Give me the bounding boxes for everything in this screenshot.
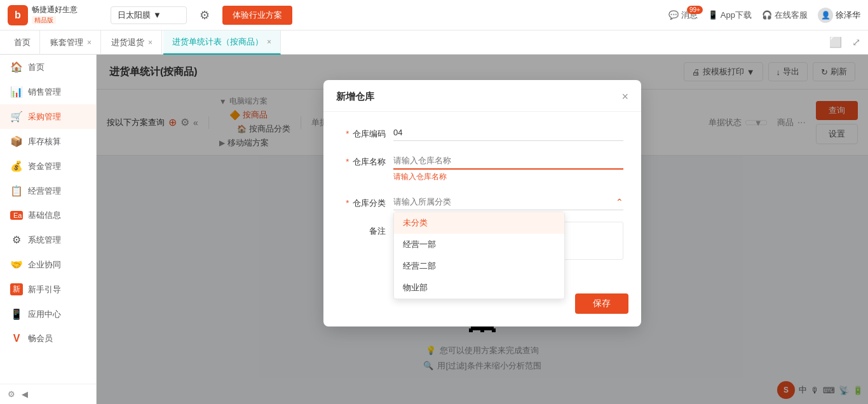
sidebar-guide-label: 新手引导	[28, 284, 61, 295]
name-input-wrap: 请输入仓库名称	[393, 152, 623, 182]
finance-icon: 💰	[10, 160, 23, 172]
tab-home[interactable]: 首页	[5, 30, 40, 55]
headphone-icon: 🎧	[762, 10, 772, 20]
sidebar-enterprise-label: 企业协同	[28, 259, 61, 271]
form-row-code: * 仓库编码	[341, 125, 623, 141]
modal-overlay[interactable]: 新增仓库 × * 仓库编码	[97, 55, 868, 404]
mobile-icon: 📱	[708, 10, 718, 20]
tab-home-label: 首页	[14, 37, 31, 48]
tab-purchase-stats-close[interactable]: ×	[267, 37, 271, 46]
logo-text: 畅捷通好生意	[32, 5, 78, 15]
tab-bar: 首页 账套管理 × 进货退货 × 进货单统计表（按商品） × ⬜ ⤢	[0, 30, 868, 55]
user-avatar-icon: 👤	[818, 8, 833, 23]
purchase-icon: 🛒	[10, 111, 23, 123]
tab-purchase-return-close[interactable]: ×	[148, 38, 153, 47]
sidebar-system-label: 系统管理	[28, 234, 61, 246]
store-selector[interactable]: 日太阳膜 ▼	[111, 6, 187, 24]
sidebar-home-label: 首页	[28, 62, 44, 73]
sidebar: 🏠 首页 📊 销售管理 🛒 采购管理 📦 库存核算 💰 资金管理 📋 经营管理 …	[0, 55, 97, 404]
category-input[interactable]	[393, 194, 623, 210]
chevron-down-icon: ▼	[153, 10, 161, 20]
sidebar-sales-label: 销售管理	[28, 86, 61, 98]
category-label: * 仓库分类	[341, 194, 386, 209]
inventory-icon: 📦	[10, 135, 23, 147]
name-input[interactable]	[393, 152, 623, 170]
online-service-item[interactable]: 🎧 在线客服	[762, 10, 808, 21]
user-area[interactable]: 👤 徐泽华	[818, 8, 860, 23]
sidebar-item-home[interactable]: 🏠 首页	[0, 55, 96, 79]
tab-purchase-return-label: 进货退货	[111, 37, 144, 48]
sidebar-basic-info-label: 基础信息	[28, 210, 61, 221]
enterprise-icon: 🤝	[10, 259, 23, 271]
name-label: * 仓库名称	[341, 152, 386, 168]
form-row-name: * 仓库名称 请输入仓库名称	[341, 152, 623, 182]
sidebar-item-apps[interactable]: 📱 应用中心	[0, 302, 96, 327]
sidebar-settings-icon[interactable]: ⚙	[8, 389, 15, 399]
select-arrow-icon[interactable]: ⌃	[616, 197, 623, 207]
dialog-close-button[interactable]: ×	[621, 90, 628, 104]
message-badge: 99+	[687, 6, 703, 14]
category-select-wrap: ⌃ 未分类 经营一部 经营二部	[393, 194, 623, 210]
dropdown-item-2[interactable]: 经营二部	[394, 255, 564, 277]
dialog-new-warehouse: 新增仓库 × * 仓库编码	[323, 80, 641, 327]
sidebar-item-guide[interactable]: 新 新手引导	[0, 277, 96, 302]
app-download-label: App下载	[721, 10, 752, 21]
content-area: 进货单统计(按商品) 🖨 按模板打印 ▼ ↓ 导出 ↻ 刷新	[97, 55, 868, 404]
tab-purchase-stats-label: 进货单统计表（按商品）	[172, 36, 263, 48]
tab-account-close[interactable]: ×	[87, 38, 92, 47]
logo-icon: b	[8, 5, 28, 25]
tab-purchase-return[interactable]: 进货退货 ×	[102, 30, 162, 55]
username-label: 徐泽华	[836, 10, 860, 21]
tab-account-label: 账套管理	[50, 37, 83, 48]
ea-icon: Ea	[10, 211, 23, 220]
home-icon: 🏠	[10, 61, 23, 73]
settings-icon[interactable]: ⚙	[194, 5, 215, 25]
dialog-body: * 仓库编码 * 仓库名称	[323, 112, 641, 286]
message-item[interactable]: 💬 消息 99+	[668, 10, 698, 21]
sidebar-vip-label: 畅会员	[28, 333, 53, 344]
dropdown-item-1[interactable]: 经营一部	[394, 234, 564, 255]
tab-account[interactable]: 账套管理 ×	[41, 30, 101, 55]
sidebar-operations-label: 经营管理	[28, 185, 61, 197]
sidebar-item-sales[interactable]: 📊 销售管理	[0, 79, 96, 104]
form-row-category: * 仓库分类 ⌃ 未分类 经	[341, 194, 623, 210]
main-layout: 🏠 首页 📊 销售管理 🛒 采购管理 📦 库存核算 💰 资金管理 📋 经营管理 …	[0, 55, 868, 404]
store-name: 日太阳膜	[118, 10, 151, 21]
dialog-header: 新增仓库 ×	[323, 80, 641, 112]
dropdown-item-3[interactable]: 物业部	[394, 277, 564, 299]
sidebar-item-operations[interactable]: 📋 经营管理	[0, 178, 96, 203]
code-label: * 仓库编码	[341, 125, 386, 140]
logo-area: b 畅捷通好生意 精品版	[8, 5, 103, 25]
note-label: 备注	[341, 222, 386, 237]
sidebar-collapse-icon[interactable]: ◀	[22, 389, 28, 399]
tab-expand-icon[interactable]: ⤢	[850, 34, 863, 51]
logo-text-block: 畅捷通好生意 精品版	[32, 5, 78, 25]
category-dropdown: 未分类 经营一部 经营二部 物业部	[393, 212, 565, 299]
sidebar-item-enterprise[interactable]: 🤝 企业协同	[0, 252, 96, 277]
sidebar-purchase-label: 采购管理	[28, 111, 61, 123]
sidebar-item-purchase[interactable]: 🛒 采购管理	[0, 104, 96, 129]
message-icon: 💬	[668, 10, 679, 20]
dialog-title: 新增仓库	[336, 91, 374, 103]
code-input-wrap	[393, 125, 623, 141]
logo-badge: 精品版	[32, 16, 56, 24]
tab-actions: ⬜ ⤢	[827, 34, 863, 51]
code-input[interactable]	[393, 125, 623, 141]
system-icon: ⚙	[10, 234, 23, 246]
dropdown-item-0[interactable]: 未分类	[394, 212, 564, 234]
sidebar-item-basic-info[interactable]: Ea 基础信息	[0, 203, 96, 227]
sidebar-item-system[interactable]: ⚙ 系统管理	[0, 227, 96, 252]
online-service-label: 在线客服	[775, 10, 808, 21]
save-button[interactable]: 保存	[575, 293, 628, 314]
apps-icon: 📱	[10, 308, 23, 320]
guide-icon: 新	[10, 283, 23, 295]
sidebar-apps-label: 应用中心	[28, 309, 61, 320]
trial-button[interactable]: 体验行业方案	[222, 6, 292, 25]
vip-icon: V	[10, 333, 23, 344]
sidebar-item-finance[interactable]: 💰 资金管理	[0, 154, 96, 178]
app-download-item[interactable]: 📱 App下载	[708, 10, 752, 21]
sidebar-item-inventory[interactable]: 📦 库存核算	[0, 129, 96, 154]
sidebar-item-vip[interactable]: V 畅会员	[0, 327, 96, 351]
tab-restore-icon[interactable]: ⬜	[827, 34, 844, 51]
tab-purchase-stats[interactable]: 进货单统计表（按商品） ×	[163, 30, 281, 55]
